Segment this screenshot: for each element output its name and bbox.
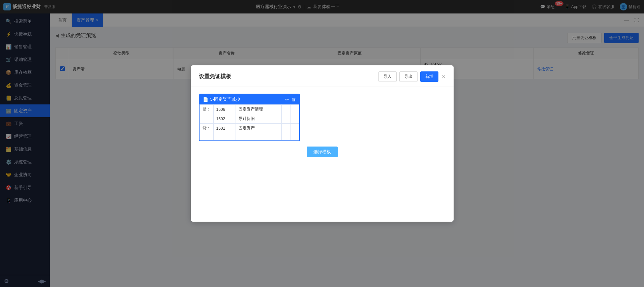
entry-debit-3 [281,124,290,133]
modal-header-btns: 导入 导出 新增 [378,71,438,82]
template-card: 📄 5-固定资产减少 ✏ 🗑 借： 1606 固 [199,94,300,141]
new-btn[interactable]: 新增 [420,71,438,82]
empty-cell-1 [200,133,213,140]
empty-cell-3 [236,133,282,140]
select-template-btn[interactable]: 选择模板 [307,147,338,157]
entry-code-2: 1602 [213,114,236,124]
template-entry-1: 借： 1606 固定资产清理 [200,105,299,114]
entry-subject-1: 固定资产清理 [236,105,282,114]
modal-title: 设置凭证模板 [199,73,231,80]
template-entry-2: 1602 累计折旧 [200,114,299,124]
empty-cell-5 [290,133,299,140]
template-card-header-left: 📄 5-固定资产减少 [203,96,241,102]
empty-cell-2 [213,133,236,140]
entry-credit-3 [290,124,299,133]
entry-debit-1 [281,105,290,114]
template-card-body: 借： 1606 固定资产清理 1602 累计折旧 [200,104,299,140]
template-doc-icon: 📄 [203,97,208,102]
entry-subject-2: 累计折旧 [236,114,282,124]
entry-debit-2 [281,114,290,124]
template-table: 借： 1606 固定资产清理 1602 累计折旧 [200,104,299,140]
template-name: 5-固定资产减少 [210,96,241,102]
template-delete-icon[interactable]: 🗑 [292,97,296,102]
entry-direction-2 [200,114,213,124]
entry-credit-1 [290,105,299,114]
template-entry-3: 贷： 1601 固定资产 [200,124,299,133]
template-empty-row [200,133,299,140]
template-card-header-icons: ✏ 🗑 [285,97,296,102]
template-edit-icon[interactable]: ✏ [285,97,289,102]
modal-header-right: 导入 导出 新增 × [378,71,446,82]
entry-direction-1: 借： [200,105,213,114]
import-btn[interactable]: 导入 [378,71,397,82]
entry-code-1: 1606 [213,105,236,114]
modal-close-btn[interactable]: × [442,74,446,80]
template-card-header: 📄 5-固定资产减少 ✏ 🗑 [200,94,299,104]
modal-body: 📄 5-固定资产减少 ✏ 🗑 借： 1606 固 [191,87,454,222]
modal-overlay: 设置凭证模板 导入 导出 新增 × 📄 5-固定资产减少 [0,0,644,287]
entry-code-3: 1601 [213,124,236,133]
empty-cell-4 [281,133,290,140]
entry-subject-3: 固定资产 [236,124,282,133]
modal-header: 设置凭证模板 导入 导出 新增 × [191,65,454,87]
modal-dialog: 设置凭证模板 导入 导出 新增 × 📄 5-固定资产减少 [191,65,454,222]
entry-direction-3: 贷： [200,124,213,133]
export-btn[interactable]: 导出 [399,71,418,82]
entry-credit-2 [290,114,299,124]
